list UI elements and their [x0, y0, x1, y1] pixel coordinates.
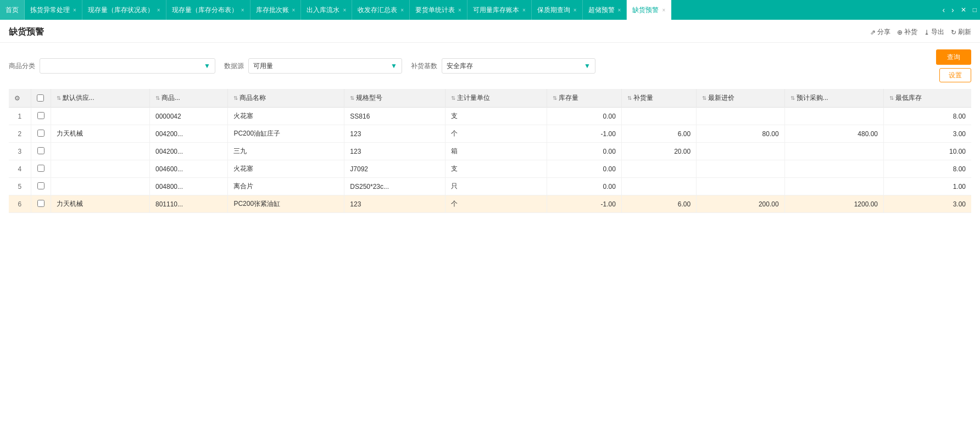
nav-tab-expiry-query-close[interactable]: × — [573, 7, 577, 13]
col-replenish-qty[interactable]: ⇅ 补货量 — [621, 89, 696, 108]
row-checkbox-1[interactable] — [37, 112, 44, 119]
col-unit-label: 主计量单位 — [457, 93, 490, 103]
row-num-6: 6 — [9, 195, 31, 213]
nav-arrow-right[interactable]: › — [948, 5, 957, 14]
table-container: ⚙ ⇅ 默认供应... — [0, 89, 980, 213]
row-checkbox-5[interactable] — [37, 182, 44, 189]
row-min-stock: 8.00 — [884, 108, 971, 125]
row-min-stock: 3.00 — [884, 195, 971, 213]
row-spec: DS250*23c... — [344, 178, 446, 195]
share-button[interactable]: ⇗ 分享 — [870, 27, 890, 37]
nav-arrow-left[interactable]: ‹ — [939, 5, 948, 14]
row-latest-price — [697, 160, 784, 178]
category-select[interactable]: ▼ — [40, 58, 215, 74]
nav-tab-inventory-dist-label: 现存量（库存分布表） — [172, 5, 238, 15]
row-replenish-qty: 6.00 — [621, 195, 696, 213]
table-row[interactable]: 4 004600... 火花塞 J7092 支 0.00 8.00 — [9, 160, 971, 178]
nav-tab-batch-account-close[interactable]: × — [292, 7, 296, 13]
datasource-select[interactable]: 可用量 ▼ — [248, 58, 402, 74]
row-spec: 123 — [344, 143, 446, 160]
nav-tab-order-stats-label: 要货单统计表 — [415, 5, 455, 15]
nav-tab-overstock[interactable]: 超储预警 × — [583, 0, 627, 20]
nav-tab-inventory-status[interactable]: 现存量（库存状况表） × — [82, 0, 166, 20]
table-row[interactable]: 5 004800... 离合片 DS250*23c... 只 0.00 1.00 — [9, 178, 971, 195]
row-est-purchase: 1200.00 — [784, 195, 883, 213]
filter-actions: 查询 设置 — [936, 49, 971, 82]
table-row[interactable]: 3 004200... 三九 123 箱 0.00 20.00 10.00 — [9, 143, 971, 160]
col-stock[interactable]: ⇅ 库存量 — [547, 89, 621, 108]
replenish-base-select[interactable]: 安全库存 ▼ — [442, 58, 595, 74]
row-product-name: PC200油缸庄子 — [228, 125, 344, 143]
row-unit: 箱 — [446, 143, 547, 160]
nav-tab-shortage-close[interactable]: × — [662, 7, 665, 13]
row-spec: SS816 — [344, 108, 446, 125]
nav-tab-inventory-status-close[interactable]: × — [157, 7, 160, 13]
filter-bar: 商品分类 ▼ 数据源 可用量 ▼ 补货基数 安全库存 ▼ 查询 设置 — [0, 43, 980, 89]
row-num-3: 3 — [9, 143, 31, 160]
refresh-button[interactable]: ↻ 刷新 — [951, 27, 971, 37]
row-unit: 支 — [446, 108, 547, 125]
row-checkbox-2[interactable] — [37, 130, 44, 137]
row-num-5: 5 — [9, 178, 31, 195]
nav-tab-receive-summary[interactable]: 收发存汇总表 × — [352, 0, 410, 20]
table-row[interactable]: 6 力天机械 801110... PC200张紧油缸 123 个 -1.00 6… — [9, 195, 971, 213]
nav-tab-inout-flow-close[interactable]: × — [343, 7, 346, 13]
nav-tab-receive-summary-close[interactable]: × — [400, 7, 404, 13]
replenish-button[interactable]: ⊕ 补货 — [897, 27, 917, 37]
nav-tab-home[interactable]: 首页 — [0, 0, 25, 20]
col-min-stock[interactable]: ⇅ 最低库存 — [884, 89, 971, 108]
gear-settings-icon[interactable]: ⚙ — [14, 94, 20, 102]
col-est-purchase[interactable]: ⇅ 预计采购... — [784, 89, 883, 108]
nav-tab-avail-ledger-close[interactable]: × — [522, 7, 526, 13]
nav-tab-order-stats[interactable]: 要货单统计表 × — [410, 0, 467, 20]
nav-tab-avail-ledger[interactable]: 可用量库存账本 × — [467, 0, 532, 20]
nav-tab-inventory-dist-close[interactable]: × — [241, 7, 244, 13]
nav-tab-expiry-query[interactable]: 保质期查询 × — [532, 0, 583, 20]
select-all-checkbox[interactable] — [37, 94, 44, 102]
table-row[interactable]: 2 力天机械 004200... PC200油缸庄子 123 个 -1.00 6… — [9, 125, 971, 143]
nav-tab-avail-ledger-label: 可用量库存账本 — [473, 5, 519, 15]
row-spec: 123 — [344, 125, 446, 143]
col-latest-price-sort-icon: ⇅ — [702, 95, 706, 101]
nav-tab-inventory-dist[interactable]: 现存量（库存分布表） × — [166, 0, 250, 20]
settings-button[interactable]: 设置 — [939, 68, 971, 82]
row-checkbox-4[interactable] — [37, 165, 44, 172]
col-spec[interactable]: ⇅ 规格型号 — [344, 89, 446, 108]
row-checkbox-3[interactable] — [37, 147, 44, 154]
row-replenish-qty — [621, 160, 696, 178]
row-checkbox-cell — [31, 125, 51, 143]
nav-tab-exception[interactable]: 拣货异常处理 × — [25, 0, 82, 20]
table-row[interactable]: 1 0000042 火花塞 SS816 支 0.00 8.00 — [9, 108, 971, 125]
nav-tab-shortage[interactable]: 缺货预警 × — [627, 0, 671, 20]
row-latest-price: 200.00 — [697, 195, 784, 213]
row-supplier — [51, 108, 149, 125]
row-est-purchase — [784, 143, 883, 160]
nav-tab-exception-close[interactable]: × — [73, 7, 76, 13]
replenish-base-label: 补货基数 — [411, 61, 437, 71]
nav-tab-batch-account[interactable]: 库存批次账 × — [250, 0, 302, 20]
nav-tab-overstock-close[interactable]: × — [618, 7, 621, 13]
row-checkbox-cell — [31, 178, 51, 195]
col-product-name[interactable]: ⇅ 商品名称 — [228, 89, 344, 108]
col-unit[interactable]: ⇅ 主计量单位 — [446, 89, 547, 108]
row-stock: 0.00 — [547, 143, 621, 160]
nav-tab-order-stats-close[interactable]: × — [458, 7, 461, 13]
col-latest-price[interactable]: ⇅ 最新进价 — [697, 89, 784, 108]
col-product-code[interactable]: ⇅ 商品... — [149, 89, 227, 108]
row-checkbox-6[interactable] — [37, 200, 44, 207]
row-unit: 只 — [446, 178, 547, 195]
row-product-name: 离合片 — [228, 178, 344, 195]
nav-tab-inout-flow[interactable]: 出入库流水 × — [301, 0, 352, 20]
row-min-stock: 8.00 — [884, 160, 971, 178]
row-latest-price — [697, 143, 784, 160]
export-button[interactable]: ⤓ 导出 — [924, 27, 944, 37]
row-stock: 0.00 — [547, 108, 621, 125]
row-product-code: 004600... — [149, 160, 227, 178]
row-latest-price — [697, 108, 784, 125]
query-button[interactable]: 查询 — [936, 49, 971, 65]
col-supplier[interactable]: ⇅ 默认供应... — [51, 89, 149, 108]
row-product-name: 火花塞 — [228, 108, 344, 125]
nav-window-restore[interactable]: ✕ — [957, 6, 970, 14]
col-supplier-sort-icon: ⇅ — [57, 95, 61, 101]
nav-window-max[interactable]: □ — [970, 6, 980, 14]
